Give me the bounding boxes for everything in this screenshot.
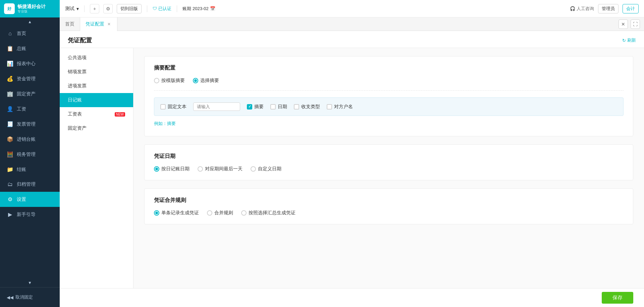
page-footer: 保存: [60, 288, 644, 307]
radio-custom-date-label: 自定义日期: [258, 166, 281, 172]
checkbox-date-box: [270, 104, 276, 109]
tab-voucher-config-label: 凭证配置: [86, 21, 104, 27]
settings-config-btn[interactable]: ⚙: [103, 4, 113, 13]
page-title: 凭证配置: [68, 36, 92, 44]
radio-template-summary[interactable]: 按模版摘要: [154, 78, 185, 84]
tab-voucher-config-close[interactable]: ✕: [106, 21, 112, 27]
radio-single-record[interactable]: 单条记录生成凭证: [154, 210, 199, 216]
company-selector[interactable]: 测试 ▾: [65, 6, 79, 12]
left-nav-purchase-invoice[interactable]: 进项发票: [60, 79, 133, 93]
fullscreen-icon: ⛶: [633, 21, 638, 27]
tax-icon: 🧮: [7, 151, 13, 158]
sidebar-item-archive-label: 归档管理: [17, 181, 36, 187]
sidebar-item-invoice[interactable]: 🧾 发票管理: [0, 117, 60, 132]
tabbar: 首页 凭证配置 ✕ ✕ ⛶: [60, 17, 644, 31]
sidebar-item-archive[interactable]: 🗂 归档管理: [0, 177, 60, 192]
sidebar-scroll-down-arrow[interactable]: ▼: [24, 280, 35, 286]
radio-select-summary[interactable]: 选择摘要: [193, 78, 219, 84]
left-nav-payroll[interactable]: 工资表 NEW: [60, 107, 133, 121]
radio-aggregate-generate-circle: [241, 210, 247, 216]
sidebar: 好 畅捷通好会计 专业版 ▲ ⌂ 首页 📋 总账 📊 报表中心 💰 资金管理 🏢…: [0, 0, 60, 307]
sidebar-item-reports-label: 报表中心: [17, 61, 36, 67]
app-logo-text: 畅捷通好会计 专业版: [17, 4, 46, 14]
checkbox-summary[interactable]: 摘要: [247, 104, 264, 110]
left-nav-public[interactable]: 公共选项: [60, 51, 133, 65]
radio-custom-date[interactable]: 自定义日期: [251, 166, 281, 172]
checkbox-counterpart-name-box: [327, 104, 332, 109]
settings-config-icon: ⚙: [106, 6, 110, 11]
refresh-btn[interactable]: ↻ 刷新: [622, 37, 636, 43]
guide-icon: ▶: [7, 211, 13, 218]
sidebar-item-tax[interactable]: 🧮 税务管理: [0, 147, 60, 162]
radio-select-summary-circle: [193, 78, 198, 83]
add-icon: +: [93, 6, 96, 11]
checkbox-income-type[interactable]: 收支类型: [294, 104, 320, 110]
sidebar-item-home-label: 首页: [17, 31, 26, 37]
sidebar-item-sales[interactable]: 📦 进销台账: [0, 132, 60, 147]
checkbox-income-type-box: [294, 104, 299, 109]
summary-radio-group: 按模版摘要 选择摘要: [154, 78, 624, 84]
company-name: 测试: [65, 6, 74, 12]
sidebar-item-ledger[interactable]: 📋 总账: [0, 41, 60, 56]
accountant-btn[interactable]: 会计: [623, 4, 639, 13]
app-logo-icon: 好: [4, 3, 15, 14]
left-nav-sales-invoice[interactable]: 销项发票: [60, 65, 133, 79]
tab-voucher-config[interactable]: 凭证配置 ✕: [80, 17, 117, 31]
radio-single-record-circle: [154, 210, 159, 216]
archive-icon: 🗂: [7, 181, 13, 187]
radio-merge-rules-label: 合并规则: [214, 210, 233, 216]
cancel-pin-label: 取消固定: [15, 294, 33, 300]
sidebar-item-reports[interactable]: 📊 报表中心: [0, 56, 60, 71]
sidebar-item-ledger-label: 总账: [17, 46, 26, 52]
left-nav-journal-label: 日记账: [68, 97, 82, 102]
consult-btn[interactable]: 🎧 人工咨询: [570, 6, 594, 12]
checkbox-counterpart-name[interactable]: 对方户名: [327, 104, 353, 110]
topbar: 测试 ▾ + ⚙ 切到旧版 🛡 已认证 账期 2023-02 📅 🎧 人工咨询 …: [60, 0, 644, 17]
checkbox-fixed-text-label: 固定文本: [168, 104, 186, 110]
tab-home[interactable]: 首页: [60, 17, 80, 31]
sidebar-item-settings[interactable]: ⚙ 设置: [0, 192, 60, 207]
voucher-date-section: 凭证日期 按日记账日期 对应期间最后一天 自定义日期: [144, 144, 633, 180]
save-btn[interactable]: 保存: [602, 292, 633, 304]
left-nav-fixed-assets[interactable]: 固定资产: [60, 121, 133, 135]
sidebar-logo: 好 畅捷通好会计 专业版: [0, 0, 60, 17]
left-nav-payroll-row: 工资表 NEW: [68, 111, 125, 117]
tab-fullscreen-btn[interactable]: ⛶: [631, 19, 640, 29]
sidebar-item-home[interactable]: ⌂ 首页: [0, 26, 60, 41]
sidebar-item-assets-label: 固定资产: [17, 91, 36, 97]
voucher-date-title: 凭证日期: [154, 153, 624, 160]
checkbox-summary-label: 摘要: [254, 104, 264, 110]
radio-journal-date-label: 按日记账日期: [161, 166, 190, 172]
sidebar-item-salary[interactable]: 👤 工资: [0, 101, 60, 117]
radio-period-last-day[interactable]: 对应期间最后一天: [198, 166, 243, 172]
sidebar-item-guide[interactable]: ▶ 新手引导: [0, 207, 60, 222]
home-icon: ⌂: [7, 31, 13, 37]
sidebar-scroll-up-arrow[interactable]: ▲: [24, 19, 35, 25]
fixed-text-input[interactable]: [193, 102, 240, 111]
radio-journal-date[interactable]: 按日记账日期: [154, 166, 190, 172]
left-nav-journal[interactable]: 日记账: [60, 93, 133, 107]
sidebar-item-guide-label: 新手引导: [17, 212, 36, 218]
radio-merge-rules[interactable]: 合并规则: [207, 210, 233, 216]
user-btn[interactable]: 管理员: [598, 4, 619, 13]
period-value: 2023-02: [193, 6, 209, 11]
checkbox-fixed-text[interactable]: 固定文本: [160, 104, 186, 110]
left-nav-purchase-invoice-label: 进项发票: [68, 83, 87, 88]
assets-icon: 🏢: [7, 91, 13, 97]
old-version-btn[interactable]: 切到旧版: [117, 4, 142, 13]
left-nav-fixed-assets-label: 固定资产: [68, 125, 87, 131]
period-selector[interactable]: 账期 2023-02 📅: [182, 6, 215, 12]
sidebar-item-fund[interactable]: 💰 资金管理: [0, 71, 60, 86]
radio-aggregate-generate[interactable]: 按照选择汇总生成凭证: [241, 210, 296, 216]
left-nav-sales-invoice-label: 销项发票: [68, 69, 87, 74]
left-nav-public-label: 公共选项: [68, 55, 87, 60]
sidebar-item-assets[interactable]: 🏢 固定资产: [0, 86, 60, 101]
checkbox-date[interactable]: 日期: [270, 104, 287, 110]
sidebar-item-close[interactable]: 📁 结账: [0, 162, 60, 177]
cancel-pin-btn[interactable]: ◀◀ 取消固定: [0, 291, 60, 304]
add-btn[interactable]: +: [90, 4, 99, 13]
tab-bar-right: ✕ ⛶: [619, 19, 644, 29]
tab-close-btn[interactable]: ✕: [619, 19, 628, 29]
refresh-label: 刷新: [627, 37, 636, 43]
radio-template-summary-label: 按模版摘要: [161, 78, 185, 84]
